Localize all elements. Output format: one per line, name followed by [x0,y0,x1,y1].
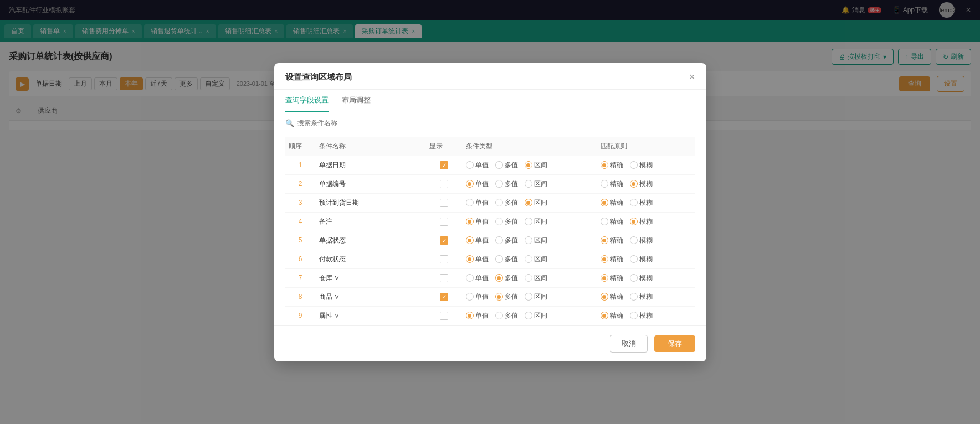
row-order: 7 [285,268,316,287]
row-show-checkbox[interactable] [440,218,448,226]
row-show-cell [426,250,463,268]
radio-match-精确[interactable]: 精确 [601,198,623,208]
config-row: 2单据编号单值多值区间精确模糊 [285,174,695,193]
row-show-checkbox[interactable] [440,293,448,301]
radio-type-单值[interactable]: 单值 [466,217,489,226]
dialog: 设置查询区域布局 × 查询字段设置 布局调整 🔍 [274,63,706,361]
radio-type-区间[interactable]: 区间 [525,292,547,302]
dialog-tabs: 查询字段设置 布局调整 [274,90,706,112]
col-header-order: 顺序 [285,137,316,156]
row-type-cell: 单值多值区间 [463,231,597,250]
radio-match-模糊[interactable]: 模糊 [630,217,653,226]
radio-match-精确[interactable]: 精确 [601,292,623,302]
row-show-checkbox[interactable] [440,180,448,188]
row-show-cell [426,174,463,193]
radio-type-区间[interactable]: 区间 [525,255,547,264]
radio-type-区间[interactable]: 区间 [525,161,547,170]
row-match-cell: 精确模糊 [597,287,695,306]
radio-match-模糊[interactable]: 模糊 [630,198,653,208]
row-show-checkbox[interactable] [440,312,448,320]
radio-type-单值[interactable]: 单值 [466,273,489,283]
row-show-cell [426,287,463,306]
row-condition-name: 单据状态 [316,231,426,250]
radio-type-区间[interactable]: 区间 [525,179,547,189]
config-row: 7仓库 ∨单值多值区间精确模糊 [285,268,695,287]
row-condition-name: 单据日期 [316,156,426,174]
row-match-cell: 精确模糊 [597,156,695,174]
dialog-footer: 取消 保存 [274,325,706,361]
radio-type-单值[interactable]: 单值 [466,198,489,208]
radio-match-精确[interactable]: 精确 [601,161,623,170]
radio-type-多值[interactable]: 多值 [495,217,518,226]
config-row: 1单据日期单值多值区间精确模糊 [285,156,695,174]
row-show-checkbox[interactable] [440,274,448,282]
radio-match-模糊[interactable]: 模糊 [630,255,653,264]
search-input[interactable] [297,119,386,127]
search-icon: 🔍 [285,119,294,127]
dialog-tab-layout[interactable]: 布局调整 [342,90,371,112]
cancel-button[interactable]: 取消 [610,335,648,353]
radio-type-多值[interactable]: 多值 [495,179,518,189]
col-header-show: 显示 [426,137,463,156]
config-row: 6付款状态单值多值区间精确模糊 [285,250,695,268]
row-condition-name: 预计到货日期 [316,193,426,212]
radio-match-模糊[interactable]: 模糊 [630,273,653,283]
radio-type-单值[interactable]: 单值 [466,311,489,320]
row-match-cell: 精确模糊 [597,212,695,231]
dialog-header: 设置查询区域布局 × [274,63,706,90]
radio-type-单值[interactable]: 单值 [466,255,489,264]
row-order: 8 [285,287,316,306]
row-show-cell [426,268,463,287]
radio-type-多值[interactable]: 多值 [495,198,518,208]
radio-match-精确[interactable]: 精确 [601,255,623,264]
row-order: 4 [285,212,316,231]
radio-type-多值[interactable]: 多值 [495,236,518,245]
radio-type-单值[interactable]: 单值 [466,161,489,170]
radio-type-多值[interactable]: 多值 [495,161,518,170]
row-show-cell [426,193,463,212]
radio-type-单值[interactable]: 单值 [466,179,489,189]
radio-match-模糊[interactable]: 模糊 [630,161,653,170]
row-condition-name: 属性 ∨ [316,306,426,325]
radio-match-精确[interactable]: 精确 [601,236,623,245]
config-row: 8商品 ∨单值多值区间精确模糊 [285,287,695,306]
row-condition-name: 仓库 ∨ [316,268,426,287]
radio-match-精确[interactable]: 精确 [601,179,623,189]
radio-type-区间[interactable]: 区间 [525,217,547,226]
row-match-cell: 精确模糊 [597,268,695,287]
radio-match-模糊[interactable]: 模糊 [630,179,653,189]
radio-type-单值[interactable]: 单值 [466,292,489,302]
row-match-cell: 精确模糊 [597,250,695,268]
radio-type-单值[interactable]: 单值 [466,236,489,245]
radio-match-模糊[interactable]: 模糊 [630,292,653,302]
row-show-cell [426,306,463,325]
row-show-cell [426,212,463,231]
modal-overlay[interactable]: 设置查询区域布局 × 查询字段设置 布局调整 🔍 [0,0,980,424]
radio-type-多值[interactable]: 多值 [495,273,518,283]
save-button[interactable]: 保存 [654,335,695,352]
row-show-checkbox[interactable] [440,255,448,263]
radio-type-区间[interactable]: 区间 [525,198,547,208]
radio-type-区间[interactable]: 区间 [525,236,547,245]
row-order: 5 [285,231,316,250]
dialog-close-btn[interactable]: × [689,72,695,82]
radio-type-区间[interactable]: 区间 [525,273,547,283]
radio-type-多值[interactable]: 多值 [495,311,518,320]
radio-match-模糊[interactable]: 模糊 [630,311,653,320]
config-table: 顺序 条件名称 显示 条件类型 匹配原则 [285,137,695,325]
radio-type-多值[interactable]: 多值 [495,292,518,302]
radio-type-区间[interactable]: 区间 [525,311,547,320]
config-row: 3预计到货日期单值多值区间精确模糊 [285,193,695,212]
radio-match-精确[interactable]: 精确 [601,273,623,283]
dialog-tab-fields[interactable]: 查询字段设置 [285,90,329,112]
radio-match-精确[interactable]: 精确 [601,311,623,320]
row-show-checkbox[interactable] [440,236,448,245]
row-type-cell: 单值多值区间 [463,156,597,174]
radio-match-精确[interactable]: 精确 [601,217,623,226]
radio-type-多值[interactable]: 多值 [495,255,518,264]
row-show-checkbox[interactable] [440,161,448,169]
row-show-checkbox[interactable] [440,199,448,207]
config-row: 9属性 ∨单值多值区间精确模糊 [285,306,695,325]
row-condition-name: 商品 ∨ [316,287,426,306]
radio-match-模糊[interactable]: 模糊 [630,236,653,245]
